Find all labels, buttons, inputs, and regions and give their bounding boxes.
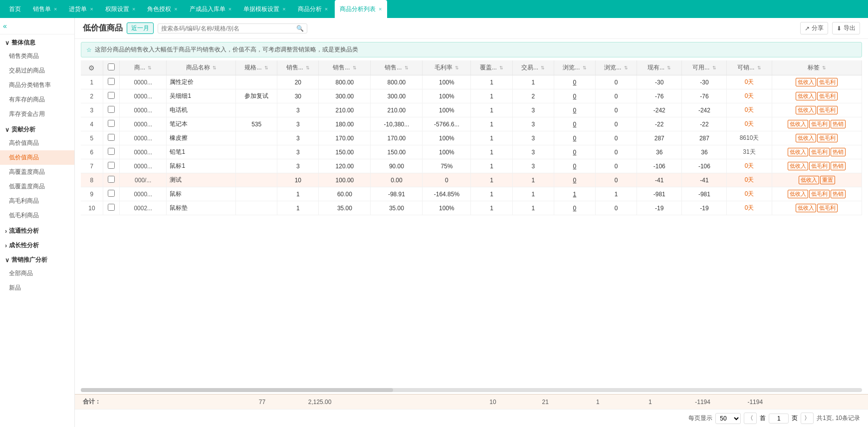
th-stock[interactable]: 现有... ⇅ (637, 60, 682, 75)
th-trade[interactable]: 交易... ⇅ (512, 60, 554, 75)
cell-stock: -981 (637, 187, 682, 201)
cell-browse1[interactable]: 0 (554, 89, 595, 103)
row-check[interactable] (108, 120, 115, 127)
th-coverage[interactable]: 覆盖... ⇅ (471, 60, 512, 75)
search-input[interactable] (161, 25, 294, 32)
nav-analysis-list[interactable]: 商品分析列表 × (335, 0, 387, 18)
cell-browse1[interactable]: 0 (554, 117, 595, 131)
cell-browse1[interactable]: 0 (554, 201, 595, 215)
row-check[interactable] (108, 148, 115, 155)
th-gross-rate[interactable]: 毛利率 ⇅ (423, 60, 471, 75)
sidebar-item-low-value[interactable]: 低价值商品 (0, 150, 74, 165)
sidebar-item-low-coverage[interactable]: 低覆盖度商品 (0, 179, 74, 194)
share-btn[interactable]: ↗ 分享 (800, 22, 828, 34)
cell-browse1[interactable]: 0 (554, 173, 595, 187)
cell-sales-qty: 3 (277, 145, 319, 159)
cell-browse1[interactable]: 0 (554, 145, 595, 159)
nav-role-close[interactable]: × (174, 6, 177, 12)
sidebar-item-traded-goods[interactable]: 交易过的商品 (0, 63, 74, 78)
cell-coverage: 1 (471, 131, 512, 145)
cell-browse1[interactable]: 0 (554, 75, 595, 89)
settings-gear-btn[interactable]: ⚙ (88, 64, 95, 72)
check-all[interactable] (108, 63, 115, 70)
th-tags[interactable]: 标签 ⇅ (772, 60, 862, 75)
sidebar-group-liquidity[interactable]: › 流通性分析 (0, 223, 74, 237)
sidebar-group-contribution[interactable]: ∨ 贡献分析 (0, 121, 74, 136)
sidebar-item-sales-goods[interactable]: 销售类商品 (0, 49, 74, 63)
time-tag-btn[interactable]: 近一月 (127, 22, 154, 34)
nav-analysis-close[interactable]: × (325, 6, 328, 12)
nav-template[interactable]: 单据模板设置 × (238, 0, 290, 18)
nav-analysis[interactable]: 商品分析 × (293, 0, 333, 18)
row-check[interactable] (108, 176, 115, 183)
th-sales-amt[interactable]: 销售... ⇅ (319, 60, 371, 75)
sidebar-item-low-profit[interactable]: 低毛利商品 (0, 208, 74, 223)
nav-sales-close[interactable]: × (54, 6, 57, 12)
per-page-select[interactable]: 50 100 200 (715, 413, 741, 424)
page-input[interactable] (769, 414, 789, 424)
th-name[interactable]: 商品名称 ⇅ (167, 60, 236, 75)
nav-purchase[interactable]: 进货单 × (64, 0, 98, 18)
row-check[interactable] (108, 92, 115, 99)
th-sales-cost[interactable]: 销售... ⇅ (371, 60, 423, 75)
nav-analysis-list-close[interactable]: × (379, 6, 382, 12)
prev-btn[interactable]: 〈 (744, 413, 757, 424)
sidebar-item-stock-capital[interactable]: 库存资金占用 (0, 107, 74, 121)
row-check[interactable] (108, 78, 115, 85)
nav-home[interactable]: 首页 (4, 0, 26, 18)
th-code[interactable]: 商... ⇅ (120, 60, 167, 75)
cell-browse1[interactable]: 1 (554, 187, 595, 201)
cell-browse1[interactable]: 0 (554, 103, 595, 117)
nav-template-close[interactable]: × (282, 6, 285, 12)
footer-trade: 21 (519, 399, 572, 406)
sidebar-item-category-sales[interactable]: 商品分类销售率 (0, 78, 74, 92)
tag-label: 低收入 (788, 148, 808, 156)
sidebar-item-stock-goods[interactable]: 有库存的商品 (0, 92, 74, 107)
th-spec[interactable]: 规格... ⇅ (236, 60, 277, 75)
cell-sellable: 8610天 (727, 131, 772, 145)
sidebar-group-growth[interactable]: › 成长性分析 (0, 237, 74, 252)
cell-browse1[interactable]: 0 (554, 159, 595, 173)
footer-values: 77 2,125.00 10 21 1 1 -1194 -1194 (105, 399, 860, 406)
row-check[interactable] (108, 134, 115, 141)
cell-sales-cost: -98.91 (371, 187, 423, 201)
sidebar-group-marketing[interactable]: ∨ 营销推广分析 (0, 252, 74, 266)
next-btn[interactable]: 〉 (801, 413, 814, 424)
th-sellable[interactable]: 可销... ⇅ (727, 60, 772, 75)
sidebar-item-new-goods[interactable]: 新品 (0, 281, 74, 295)
th-browse1[interactable]: 浏览... ⇅ (554, 60, 595, 75)
sidebar-group-overall[interactable]: ∨ 整体信息 (0, 34, 74, 49)
sidebar-item-high-profit[interactable]: 高毛利商品 (0, 194, 74, 208)
export-icon: ⬇ (837, 25, 842, 32)
cell-spec (236, 201, 277, 215)
search-icon[interactable]: 🔍 (296, 25, 304, 32)
sidebar-item-high-coverage[interactable]: 高覆盖度商品 (0, 165, 74, 179)
th-browse2[interactable]: 浏览... ⇅ (596, 60, 637, 75)
nav-sales[interactable]: 销售单 × (28, 0, 62, 18)
nav-permission[interactable]: 权限设置 × (100, 0, 140, 18)
nav-product[interactable]: 产成品入库单 × (185, 0, 236, 18)
th-available[interactable]: 可用... ⇅ (682, 60, 727, 75)
scroll-bar[interactable] (81, 388, 862, 392)
row-check[interactable] (108, 204, 115, 211)
sidebar-item-high-value[interactable]: 高价值商品 (0, 136, 74, 150)
cell-sales-qty: 3 (277, 131, 319, 145)
cell-coverage: 1 (471, 145, 512, 159)
nav-purchase-close[interactable]: × (90, 6, 93, 12)
row-check[interactable] (108, 190, 115, 197)
th-sales-qty[interactable]: 销售... ⇅ (277, 60, 319, 75)
nav-permission-close[interactable]: × (132, 6, 135, 12)
cell-sales-cost: 90.00 (371, 159, 423, 173)
th-settings[interactable]: ⚙ (81, 60, 103, 75)
export-btn[interactable]: ⬇ 导出 (832, 22, 860, 34)
sidebar-item-all-goods[interactable]: 全部商品 (0, 266, 74, 281)
nav-role[interactable]: 角色授权 × (142, 0, 182, 18)
nav-product-close[interactable]: × (228, 6, 231, 12)
cell-sales-cost: 800.00 (371, 75, 423, 89)
row-check[interactable] (108, 106, 115, 113)
table-row: 1 0000... 属性定价 20 800.00 800.00 100% 1 1… (81, 75, 862, 89)
cell-browse1[interactable]: 0 (554, 131, 595, 145)
collapse-btn[interactable]: « (3, 22, 7, 30)
tag-label: 低收入 (788, 120, 808, 128)
row-check[interactable] (108, 162, 115, 169)
